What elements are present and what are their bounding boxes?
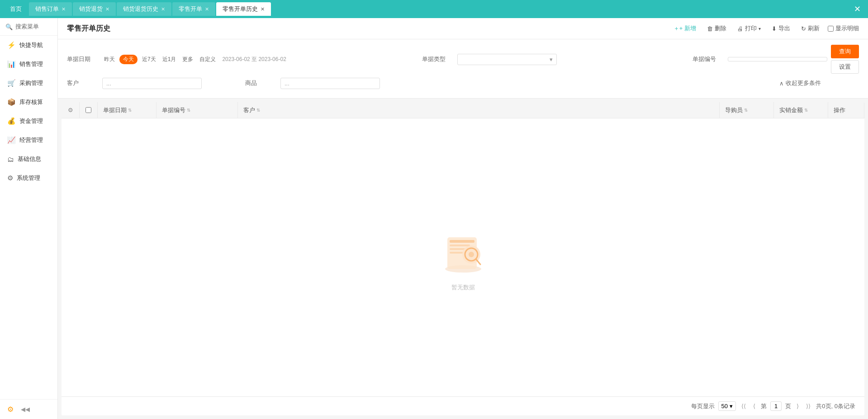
tab-sales-return-close[interactable]: ✕: [105, 6, 109, 12]
delete-button[interactable]: 🗑 删除: [704, 23, 729, 34]
sidebar-item-basic-info[interactable]: 🗂 基础信息: [0, 150, 57, 169]
th-date-label: 单据日期: [103, 106, 127, 114]
pagination: 每页显示 50 ▾ ⟨⟨ ⟨ 第 1 页 ⟩ ⟩⟩ 共0页, 0条记录: [62, 396, 864, 415]
sort-amount-icon: ⇅: [804, 108, 808, 113]
type-filter-label: 单据类型: [422, 55, 454, 63]
svg-point-9: [469, 252, 474, 257]
export-icon: ⬇: [772, 25, 777, 32]
system-icon: ⚙: [7, 174, 13, 182]
date-shortcuts: 昨天 今天 近7天 近1月 更多 自定义 2023-06-02 至 2023-0…: [102, 55, 286, 64]
sidebar-item-purchase-mgmt[interactable]: 🛒 采购管理: [0, 74, 57, 93]
sort-guide-icon: ⇅: [744, 108, 748, 113]
tab-home[interactable]: 首页: [4, 2, 28, 16]
sidebar-item-sales-label: 销售管理: [19, 60, 43, 68]
display-detail-label: 显示明细: [835, 24, 859, 33]
th-guide[interactable]: 导购员 ⇅: [720, 102, 774, 118]
sidebar-bottom: ⚙ ◀◀: [0, 399, 57, 419]
last-page-btn[interactable]: ⟩⟩: [804, 402, 812, 410]
next-page-btn[interactable]: ⟩: [795, 402, 801, 410]
tab-sales-return-history-close[interactable]: ✕: [161, 6, 165, 12]
display-detail-checkbox[interactable]: 显示明细: [828, 24, 859, 33]
settings-icon: ⚙: [68, 107, 73, 113]
delete-icon: 🗑: [707, 25, 713, 32]
sidebar-item-purchase-label: 采购管理: [19, 79, 43, 87]
shortcut-1month[interactable]: 近1月: [161, 55, 178, 64]
sidebar-collapse-icon[interactable]: ◀◀: [21, 406, 30, 413]
quick-nav-icon: ⚡: [7, 41, 16, 49]
tab-retail-open[interactable]: 零售开单 ✕: [172, 2, 215, 16]
shortcut-today[interactable]: 今天: [119, 55, 138, 64]
customer-filter-input[interactable]: ...: [102, 78, 202, 89]
settings-gear-icon[interactable]: ⚙: [7, 405, 14, 414]
print-button[interactable]: 🖨 打印 ▾: [735, 23, 764, 34]
print-icon: 🖨: [737, 25, 743, 32]
page-input[interactable]: 1: [770, 401, 782, 411]
tab-sales-order-close[interactable]: ✕: [62, 6, 66, 12]
sidebar-item-inventory[interactable]: 📦 库存核算: [0, 93, 57, 112]
shortcut-more[interactable]: 更多: [180, 55, 195, 64]
prev-page-btn[interactable]: ⟨: [751, 402, 757, 410]
tab-sales-order[interactable]: 销售订单 ✕: [29, 2, 72, 16]
th-guide-label: 导购员: [725, 106, 743, 114]
sidebar-item-quick-nav-label: 快捷导航: [19, 41, 43, 49]
filter-actions: 查询 设置: [831, 45, 859, 74]
sort-date-icon: ⇅: [128, 108, 132, 113]
sidebar-item-system[interactable]: ⚙ 系统管理: [0, 169, 57, 188]
th-settings[interactable]: ⚙: [62, 102, 80, 118]
th-date[interactable]: 单据日期 ⇅: [98, 102, 157, 118]
refresh-button[interactable]: ↻ 刷新: [798, 23, 822, 34]
display-detail-input[interactable]: [828, 26, 834, 32]
tab-sales-return-history[interactable]: 销货退货历史 ✕: [117, 2, 171, 16]
date-filter-label: 单据日期: [67, 55, 99, 63]
query-button[interactable]: 查询: [831, 45, 859, 58]
goods-filter-label: 商品: [245, 79, 277, 87]
tab-home-label: 首页: [10, 5, 22, 13]
tab-retail-history-close[interactable]: ✕: [261, 6, 265, 12]
sidebar-item-operations[interactable]: 📈 经营管理: [0, 131, 57, 150]
window-close-button[interactable]: ✕: [850, 4, 864, 14]
sidebar-search-label: 搜索菜单: [15, 23, 39, 31]
tab-sales-order-label: 销售订单: [35, 5, 59, 13]
table-body: 暂无数据: [62, 118, 864, 396]
collapse-conditions-btn[interactable]: ∧ 收起更多条件: [778, 77, 823, 89]
sidebar-item-finance[interactable]: 💰 资金管理: [0, 112, 57, 131]
number-filter-input[interactable]: [728, 57, 827, 61]
th-customer[interactable]: 客户 ⇅: [238, 102, 720, 118]
shortcut-yesterday[interactable]: 昨天: [102, 55, 117, 64]
tab-sales-return[interactable]: 销货退货 ✕: [73, 2, 116, 16]
refresh-label: 刷新: [808, 24, 820, 33]
sidebar-item-operations-label: 经营管理: [19, 136, 43, 144]
search-icon: 🔍: [5, 24, 13, 30]
per-page-value: 50: [721, 403, 728, 410]
tab-retail-open-label: 零售开单: [179, 5, 202, 13]
sidebar-search[interactable]: 🔍 搜索菜单: [0, 18, 57, 36]
main-layout: 🔍 搜索菜单 ⚡ 快捷导航 📊 销售管理 🛒 采购管理 📦 库存核算 💰 资金管…: [0, 18, 868, 419]
shortcut-7days[interactable]: 近7天: [140, 55, 158, 64]
tab-retail-open-close[interactable]: ✕: [205, 6, 209, 12]
sidebar-item-sales-mgmt[interactable]: 📊 销售管理: [0, 55, 57, 74]
shortcut-custom[interactable]: 自定义: [198, 55, 218, 64]
export-button[interactable]: ⬇ 导出: [769, 23, 793, 34]
table-header: ⚙ 单据日期 ⇅ 单据编号 ⇅ 客户 ⇅ 导购员: [62, 102, 864, 118]
collapse-label: 收起更多条件: [786, 79, 821, 87]
page-title: 零售开单历史: [67, 24, 110, 33]
tab-sales-return-label: 销货退货: [79, 5, 103, 13]
filter-row-1: 单据日期 昨天 今天 近7天 近1月 更多 自定义 2023-06-02 至 2…: [67, 45, 859, 74]
th-number[interactable]: 单据编号 ⇅: [157, 102, 238, 118]
select-all-checkbox[interactable]: [85, 107, 91, 113]
content-area: 零售开单历史 ＋ + 新增 🗑 删除 🖨 打印 ▾ ⬇ 导出: [58, 18, 868, 419]
th-amount[interactable]: 实销金额 ⇅: [774, 102, 828, 118]
per-page-select[interactable]: 50 ▾: [718, 401, 736, 411]
first-page-btn[interactable]: ⟨⟨: [740, 402, 748, 410]
empty-text: 暂无数据: [451, 283, 475, 292]
th-checkbox[interactable]: [80, 102, 98, 118]
th-number-label: 单据编号: [162, 106, 185, 114]
goods-filter-input[interactable]: ...: [280, 78, 380, 89]
tab-retail-history[interactable]: 零售开单历史 ✕: [216, 2, 271, 16]
add-button[interactable]: ＋ + 新增: [671, 23, 699, 34]
type-filter-select[interactable]: ▾: [457, 54, 557, 65]
setting-button[interactable]: 设置: [831, 60, 859, 74]
sidebar-item-quick-nav[interactable]: ⚡ 快捷导航: [0, 36, 57, 55]
sidebar: 🔍 搜索菜单 ⚡ 快捷导航 📊 销售管理 🛒 采购管理 📦 库存核算 💰 资金管…: [0, 18, 58, 419]
empty-state: 暂无数据: [436, 224, 490, 292]
